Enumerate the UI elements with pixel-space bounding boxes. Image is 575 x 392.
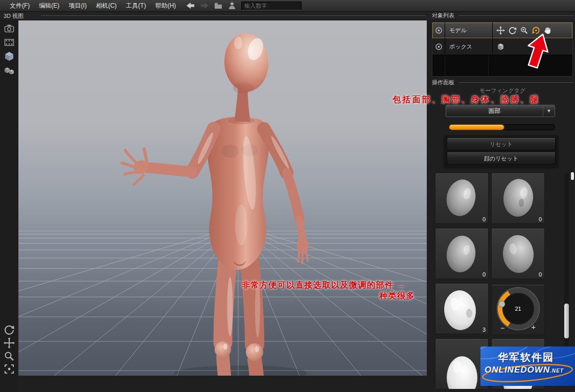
panel-scrollbar-thumb[interactable] (571, 172, 574, 180)
menu-item-help[interactable]: 帮助(H) (151, 0, 181, 11)
tool-parts[interactable] (3, 64, 15, 77)
back-button[interactable] (186, 1, 196, 10)
left-toolbar (0, 19, 18, 392)
visibility-icon (435, 43, 443, 51)
menu-item-project[interactable]: 项目(I) (64, 0, 91, 11)
thumbnail-scrollbar-thumb[interactable] (564, 304, 569, 338)
menu-bar: 文件(F) 编辑(E) 项目(I) 相机(C) 工具(T) 帮助(H) (0, 0, 575, 12)
watermark-site-name: ONLINEDOWN (485, 365, 550, 375)
morph-dial-control[interactable]: 21 − + (491, 284, 545, 335)
category-dropdown-value: 面部 (446, 105, 543, 117)
cube-icon (3, 50, 15, 62)
viewport-title-divider (41, 15, 425, 16)
forward-button[interactable] (199, 1, 210, 10)
head-preview-icon (435, 173, 489, 224)
folder-button[interactable] (213, 1, 223, 10)
morph-slider[interactable] (449, 124, 555, 130)
annotation-picker-line1: 非常方便可以直接选取以及微调的部件 → (242, 280, 406, 291)
control-panel-divider (459, 82, 573, 83)
head-preview-icon (492, 228, 545, 279)
control-panel-title: 操作面板 (432, 79, 454, 86)
morph-thumbnail-2[interactable]: 0 (491, 173, 545, 224)
folder-icon (214, 2, 223, 10)
object-list-title: 对象列表 (432, 12, 454, 19)
view-zoom-tool[interactable] (3, 350, 15, 362)
thumbnail-count: 0 (482, 216, 486, 222)
move-view-icon (3, 337, 15, 349)
morph-thumbnail-1[interactable]: 0 (435, 173, 489, 224)
move-icon (496, 26, 505, 35)
morph-slider-fill (449, 125, 504, 130)
object-row-label: モデル (445, 22, 493, 38)
watermark-title: 华军软件园 (498, 351, 554, 364)
top-toolbar (186, 1, 237, 10)
annotation-arrow (521, 31, 566, 76)
rotate-icon (508, 26, 517, 35)
character-button[interactable] (227, 1, 237, 10)
rotate-tool-button[interactable] (508, 26, 517, 35)
box-icon (496, 42, 505, 51)
box-visibility-toggle[interactable] (432, 39, 445, 55)
tool-timeline[interactable] (3, 36, 15, 49)
character-model (122, 32, 308, 376)
forward-arrow-icon (200, 2, 209, 10)
blocks-icon (3, 64, 15, 77)
morph-thumbnail-3[interactable]: 0 (435, 228, 489, 279)
category-dropdown[interactable]: 面部 ▼ (446, 105, 555, 117)
visibility-icon (435, 27, 443, 34)
morph-thumbnail-5[interactable]: 3 (435, 283, 489, 334)
character-icon (227, 2, 237, 10)
chevron-down-icon[interactable]: ▼ (543, 105, 555, 117)
thumbnail-count: 3 (482, 327, 486, 333)
thumbnail-count: 0 (482, 271, 486, 278)
view-rotate-tool[interactable] (3, 324, 15, 336)
3d-scene (18, 20, 427, 376)
head-preview-icon (435, 228, 489, 279)
back-arrow-icon (186, 2, 195, 10)
menu-item-tools[interactable]: 工具(T) (121, 0, 150, 11)
morph-thumbnail-4[interactable]: 0 (491, 228, 545, 279)
menu-item-file[interactable]: 文件(F) (5, 0, 34, 11)
face-reset-button[interactable]: 顔のリセット (447, 152, 556, 165)
watermark: 华军软件园 ONLINEDOWN.NET (480, 347, 575, 386)
thumbnail-count: 0 (539, 216, 542, 222)
thumbnail-scrollbar-track[interactable] (564, 173, 569, 376)
number-input[interactable] (241, 2, 302, 10)
head-preview-icon (435, 284, 489, 334)
dial-plus-button[interactable]: + (531, 322, 536, 331)
annotation-picker-line2: 种类很多 (379, 291, 415, 302)
model-visibility-toggle[interactable] (432, 22, 445, 38)
head-preview-icon (492, 173, 545, 224)
camera-icon (3, 22, 15, 35)
view-move-tool[interactable] (3, 337, 15, 349)
tool-model[interactable] (3, 50, 15, 62)
3d-viewport[interactable] (18, 20, 427, 376)
film-icon (3, 36, 15, 49)
object-row-label: ボックス (445, 39, 493, 55)
tool-camera-view[interactable] (3, 22, 15, 35)
app-window: { "menubar": { "items": ["文件(F)", "编辑(E)… (0, 0, 575, 392)
dial-minus-button[interactable]: − (500, 324, 505, 332)
viewport-title: 3D 视图 (4, 12, 24, 20)
annotation-parts: 包括面部、胸部、身体、胳膊、腿 (393, 95, 540, 105)
zoom-view-icon (3, 350, 15, 362)
object-list-divider (459, 15, 573, 16)
menu-item-camera[interactable]: 相机(C) (91, 0, 122, 11)
menu-item-edit[interactable]: 编辑(E) (34, 0, 64, 11)
watermark-tld: .NET (550, 368, 564, 374)
watermark-site: ONLINEDOWN.NET (485, 365, 564, 375)
box-tool-button[interactable] (496, 42, 505, 51)
rotate-view-icon (3, 324, 15, 336)
view-frame-tool[interactable] (3, 363, 15, 375)
thumbnail-count: 0 (539, 271, 542, 278)
move-tool-button[interactable] (496, 26, 505, 35)
reset-button[interactable]: リセット (447, 138, 556, 150)
morph-tag-label: モーフィングタグ (432, 87, 573, 95)
frame-icon (3, 363, 15, 375)
dial-value: 21 (492, 306, 544, 312)
